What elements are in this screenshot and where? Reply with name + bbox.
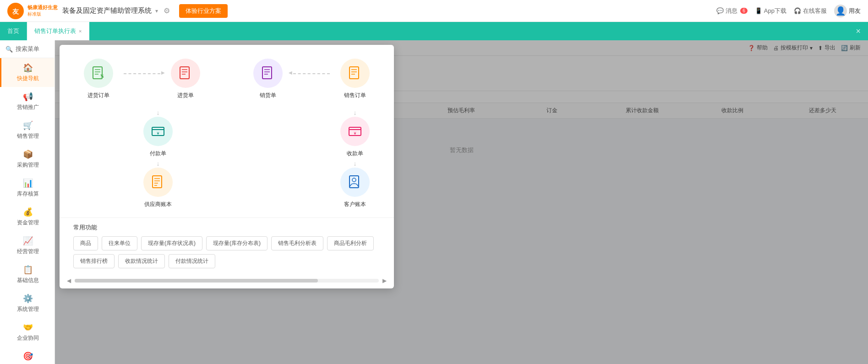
- flow-node-receipt[interactable]: ¥ 收款单: [330, 117, 380, 158]
- sales-order-label: 销售订单: [344, 92, 366, 99]
- sidebar-item-basic-info[interactable]: 📋 基础信息: [0, 260, 55, 289]
- cf-btn-inventory-status[interactable]: 现存量(库存状况表): [141, 236, 202, 250]
- system-title-area: 装备及固定资产辅助管理系统 ▾ ⚙ 体验行业方案: [62, 4, 716, 18]
- cf-btn-product[interactable]: 商品: [73, 236, 98, 250]
- flow-node-customer-ledger[interactable]: 客户账本: [330, 168, 380, 208]
- message-button[interactable]: 💬 消息 6: [716, 7, 748, 15]
- top-header: 友 畅康通好生意 标准版 装备及固定资产辅助管理系统 ▾ ⚙ 体验行业方案 💬 …: [0, 0, 868, 22]
- scrollbar-thumb[interactable]: [75, 279, 318, 283]
- header-right: 💬 消息 6 📱 App下载 🎧 在线客服 👤 用友: [716, 5, 861, 17]
- system-title: 装备及固定资产辅助管理系统: [62, 6, 152, 15]
- user-name: 用友: [849, 7, 861, 15]
- tab-home[interactable]: 首页: [0, 22, 27, 40]
- logo-icon: 友: [7, 3, 24, 19]
- message-icon: 💬: [716, 7, 724, 14]
- sidebar-item-finance[interactable]: 💰 资金管理: [0, 202, 55, 231]
- purchase-order-circle: [84, 59, 113, 88]
- flow-col-purchase-order: 进货订单: [73, 59, 124, 99]
- supplier-ledger-label: 供应商账本: [144, 201, 172, 208]
- flow-node-purchase-bill[interactable]: 进货单: [160, 59, 211, 99]
- arrow-down-customer: ↓: [354, 160, 357, 167]
- main-layout: 🔍 搜索菜单 🏠 快捷导航 📢 营销推广 🛒 销售管理 📦 采购管理 📊 库存核…: [0, 40, 868, 364]
- sidebar-item-sales[interactable]: 🛒 销售管理: [0, 116, 55, 145]
- flow-col-supplier-ledger: ↓ 供应商账本: [133, 159, 183, 208]
- cf-btn-payment-stats[interactable]: 付款情况统计: [169, 254, 215, 268]
- modal-box: 进货订单 进: [60, 45, 394, 288]
- flow-col-payment: ↓ ¥ 付款单: [133, 109, 183, 158]
- scrollbar-track[interactable]: [75, 279, 379, 283]
- purchase-order-label: 进货订单: [87, 92, 109, 99]
- svg-rect-24: [153, 176, 162, 188]
- sidebar-item-purchase[interactable]: 📦 采购管理: [0, 145, 55, 174]
- sidebar-item-marketing[interactable]: 📢 营销推广: [0, 87, 55, 116]
- common-functions-buttons-row2: 销售排行榜 收款情况统计 付款情况统计: [73, 254, 380, 268]
- cf-btn-product-profit[interactable]: 商品毛利分析: [327, 236, 374, 250]
- nav-tabs: 首页 销售订单执行表 × ×: [0, 22, 868, 40]
- sidebar-item-operations[interactable]: 📈 经营管理: [0, 231, 55, 260]
- sales-icon: 🛒: [23, 120, 33, 130]
- settings-icon[interactable]: ⚙: [164, 6, 170, 15]
- customer-ledger-label: 客户账本: [344, 201, 366, 208]
- inventory-icon: 📊: [23, 178, 33, 188]
- scroll-right-button[interactable]: ▶: [382, 277, 387, 284]
- flow-section: 进货订单 进: [60, 45, 394, 217]
- dropdown-arrow-icon[interactable]: ▾: [155, 8, 158, 14]
- sales-order-circle: [340, 59, 370, 88]
- common-functions-title: 常用功能: [73, 223, 380, 232]
- search-icon: 🔍: [5, 46, 13, 53]
- flow-col-receipt: ↓ ¥ 收款单: [330, 109, 380, 158]
- purchase-bill-circle: [171, 59, 200, 88]
- receipt-label: 收款单: [347, 150, 363, 158]
- trial-button[interactable]: 体验行业方案: [179, 4, 228, 18]
- flow-col-customer-ledger: ↓ 客户账本: [330, 159, 380, 208]
- cf-btn-inventory-dist[interactable]: 现存量(库存分布表): [206, 236, 267, 250]
- tab-close-icon[interactable]: ×: [79, 28, 82, 34]
- modal-overlay: 进货订单 进: [55, 40, 868, 364]
- marketing-icon: 📢: [23, 92, 33, 102]
- flow-mid-spacer3: [183, 159, 330, 208]
- arrow-down-receipt: ↓: [354, 109, 357, 116]
- flow-row-2: ↓ ¥ 付款单 ↓: [73, 109, 380, 158]
- payment-circle: ¥: [143, 117, 173, 146]
- sidebar: 🔍 搜索菜单 🏠 快捷导航 📢 营销推广 🛒 销售管理 📦 采购管理 📊 库存核…: [0, 40, 55, 364]
- cf-btn-sales-profit[interactable]: 销售毛利分析表: [271, 236, 323, 250]
- sidebar-item-inventory[interactable]: 📊 库存核算: [0, 174, 55, 202]
- flow-node-payment[interactable]: ¥ 付款单: [133, 117, 183, 158]
- flow-col-sales-order: 销售订单: [330, 59, 380, 99]
- arrow-down-supplier: ↓: [157, 160, 160, 167]
- cf-btn-receipt-stats[interactable]: 收款情况统计: [118, 254, 165, 268]
- sidebar-item-new-guide[interactable]: 🎯 新手引导: [0, 347, 55, 364]
- scroll-left-button[interactable]: ◀: [67, 277, 71, 284]
- receipt-circle: ¥: [340, 117, 370, 146]
- logo-text: 畅康通好生意 标准版: [27, 4, 58, 17]
- avatar: 👤: [834, 5, 847, 17]
- flow-node-purchase-order[interactable]: 进货订单: [73, 59, 124, 99]
- app-download-button[interactable]: 📱 App下载: [755, 7, 786, 15]
- purchase-bill-label: 进货单: [177, 92, 194, 99]
- common-functions-section: 常用功能 商品 往来单位 现存量(库存状况表) 现存量(库存分布表) 销售毛利分…: [60, 217, 394, 277]
- online-service-button[interactable]: 🎧 在线客服: [794, 7, 827, 15]
- sidebar-item-corp-collab[interactable]: 🤝 企业协同: [0, 318, 55, 347]
- supplier-ledger-circle: [143, 168, 173, 197]
- cf-btn-sales-ranking[interactable]: 销售排行榜: [73, 254, 115, 268]
- tab-sales-order[interactable]: 销售订单执行表 ×: [27, 22, 89, 40]
- sidebar-item-system[interactable]: ⚙️ 系统管理: [0, 289, 55, 318]
- cf-btn-partner[interactable]: 往来单位: [102, 236, 137, 250]
- app-icon: 📱: [755, 7, 762, 14]
- flow-node-sales-order[interactable]: 销售订单: [330, 59, 380, 99]
- logo-area: 友 畅康通好生意 标准版: [7, 3, 62, 19]
- close-all-button[interactable]: ×: [852, 27, 864, 36]
- corp-icon: 🤝: [23, 322, 33, 332]
- flow-node-supplier-ledger[interactable]: 供应商账本: [133, 168, 183, 208]
- sidebar-item-quick-nav[interactable]: 🏠 快捷导航: [0, 58, 55, 87]
- sales-bill-circle: [253, 59, 283, 88]
- user-avatar-area[interactable]: 👤 用友: [834, 5, 861, 17]
- svg-rect-10: [262, 67, 272, 79]
- home-icon: 🏠: [23, 63, 33, 73]
- flow-node-sales-bill[interactable]: 销货单: [243, 59, 293, 99]
- common-functions-buttons: 商品 往来单位 现存量(库存状况表) 现存量(库存分布表) 销售毛利分析表 商品…: [73, 236, 380, 250]
- svg-text:¥: ¥: [353, 131, 356, 136]
- modal-scrollbar: ◀ ▶: [60, 277, 394, 288]
- message-badge: 6: [740, 8, 748, 14]
- search-menu[interactable]: 🔍 搜索菜单: [0, 40, 55, 58]
